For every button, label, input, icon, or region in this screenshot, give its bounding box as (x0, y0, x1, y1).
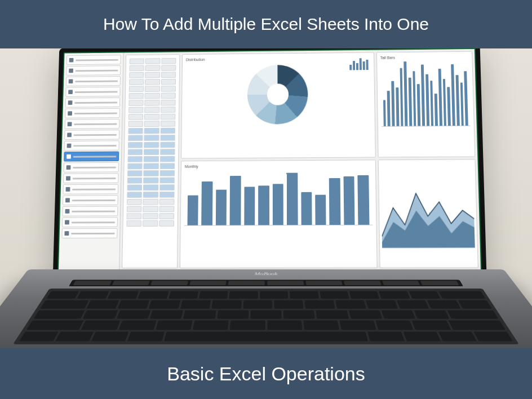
monthly-bars-title: Monthly (185, 163, 372, 169)
doc-icon (67, 144, 72, 148)
pie-chart (247, 65, 308, 125)
doc-icon (65, 209, 69, 214)
doc-icon (69, 69, 73, 73)
sidebar-item[interactable] (61, 228, 117, 238)
doc-icon (68, 90, 73, 94)
table-row (127, 206, 174, 212)
laptop-illustration: Distribution Tall Bars Monthly (28, 34, 504, 383)
area-chart-panel (378, 159, 478, 268)
laptop-screen-frame: Distribution Tall Bars Monthly (53, 43, 487, 276)
table-row-highlight (127, 184, 175, 190)
table-row (127, 199, 174, 205)
sidebar-item[interactable] (63, 173, 118, 183)
sidebar-item[interactable] (64, 162, 119, 172)
tall-bars-chart (380, 61, 471, 127)
title-top-text: How To Add Multiple Excel Sheets Into On… (103, 15, 429, 34)
sidebar-item[interactable] (65, 119, 120, 129)
doc-icon (68, 111, 72, 116)
table-row (129, 65, 176, 71)
table-row-highlight (128, 135, 175, 141)
data-table-panel (122, 54, 180, 268)
sidebar-item[interactable] (63, 184, 119, 194)
tall-bars-title: Tall Bars (380, 55, 469, 60)
laptop-brand-label: MoBook (23, 272, 509, 277)
table-row-highlight (127, 156, 175, 162)
table-row-highlight (128, 142, 175, 148)
doc-icon (69, 79, 73, 84)
tall-bars-panel: Tall Bars (376, 51, 476, 158)
table-row (126, 220, 174, 227)
doc-icon (66, 165, 71, 170)
table-row (128, 100, 175, 106)
doc-icon (68, 100, 73, 105)
doc-icon (67, 133, 72, 138)
sidebar-item[interactable] (63, 195, 118, 205)
table-row-highlight (127, 170, 175, 176)
monthly-bars-panel: Monthly (180, 159, 377, 268)
table-row-highlight (128, 128, 175, 134)
pie-chart-panel: Distribution (181, 52, 375, 159)
doc-icon (65, 220, 69, 225)
table-row (129, 92, 176, 99)
laptop-base: MoBook (0, 269, 532, 355)
sidebar-item[interactable] (64, 140, 119, 150)
sidebar-item[interactable] (62, 217, 118, 227)
pie-chart-title: Distribution (186, 56, 370, 61)
title-bottom-text: Basic Excel Operations (167, 363, 365, 385)
title-banner-bottom: Basic Excel Operations (0, 348, 532, 399)
table-row-highlight (127, 163, 175, 169)
table-row-highlight (127, 192, 174, 198)
dashboard-sidebar (59, 52, 124, 271)
doc-icon (69, 58, 74, 63)
title-banner-top: How To Add Multiple Excel Sheets Into On… (0, 0, 532, 48)
sidebar-item[interactable] (66, 55, 121, 65)
table-row (128, 114, 175, 120)
sidebar-item[interactable] (65, 97, 120, 108)
sidebar-item[interactable] (65, 87, 120, 97)
table-row (130, 58, 176, 64)
table-row (127, 213, 175, 219)
doc-icon (68, 122, 72, 126)
table-row (129, 86, 176, 92)
doc-icon (64, 231, 69, 236)
excel-dashboard: Distribution Tall Bars Monthly (59, 49, 481, 271)
sidebar-item[interactable] (66, 65, 121, 76)
doc-icon (65, 198, 70, 202)
laptop-keyboard (13, 289, 519, 344)
laptop-screen: Distribution Tall Bars Monthly (57, 48, 482, 272)
sidebar-item-active[interactable] (64, 152, 119, 162)
monthly-bars-chart (184, 170, 373, 226)
sidebar-item[interactable] (65, 108, 120, 118)
sidebar-item[interactable] (66, 76, 121, 86)
table-row-highlight (127, 178, 175, 184)
doc-icon (66, 154, 71, 159)
table-row (129, 79, 176, 85)
laptop-touchbar (69, 280, 463, 286)
table-row-highlight (128, 149, 175, 155)
sidebar-item[interactable] (64, 130, 119, 140)
area-chart (380, 162, 475, 265)
sidebar-item[interactable] (62, 206, 118, 216)
dashboard-main: Distribution Tall Bars Monthly (119, 49, 481, 271)
mini-bar-cluster (349, 57, 369, 70)
table-row (128, 107, 175, 113)
doc-icon (66, 187, 70, 192)
doc-icon (66, 176, 70, 181)
table-row (128, 121, 176, 127)
table-row (129, 72, 176, 78)
